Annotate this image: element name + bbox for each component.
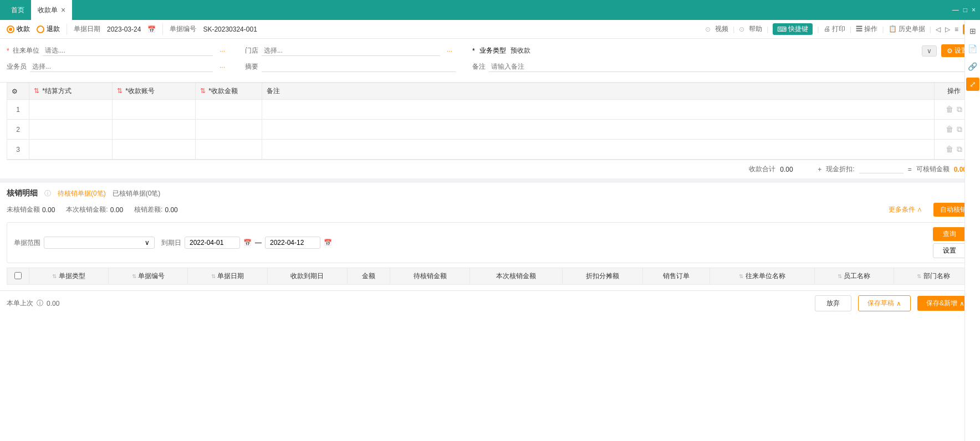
video-action[interactable]: 视频 <box>715 24 728 34</box>
copy-row-1-icon[interactable]: ⧉ <box>957 105 962 114</box>
session-info-icon[interactable]: ⓘ <box>37 299 43 308</box>
date-from-input[interactable] <box>185 237 240 249</box>
form-row-1: * 往来单位 ··· 门店 ··· * 业务类型 预收款 ∨ <box>7 44 973 57</box>
amount-cell-1[interactable] <box>196 100 262 120</box>
account-header: ⇅ *收款账号 <box>113 83 196 100</box>
list-layout-button[interactable]: ≡ <box>955 25 958 33</box>
difference-stat: 核销差额: 0.00 <box>134 205 178 214</box>
business-type-value: 预收款 <box>511 46 544 55</box>
req-star-counterparty: * <box>7 47 9 55</box>
save-draft-button[interactable]: 保存草稿 ∧ <box>858 295 911 311</box>
salesperson-more-button[interactable]: ··· <box>216 63 228 71</box>
minimize-button[interactable]: — <box>952 6 959 14</box>
business-type-dropdown[interactable]: ∨ <box>922 45 937 57</box>
help-action[interactable]: 帮助 <box>749 24 762 34</box>
copy-row-2-icon[interactable]: ⧉ <box>957 125 962 134</box>
shortcut-label: 快捷键 <box>788 24 808 34</box>
form-row-2: 业务员 ··· 摘要 备注 <box>7 61 973 72</box>
calendar-icon[interactable]: 📅 <box>147 25 156 33</box>
table-settings-header[interactable]: ⚙ <box>7 83 29 100</box>
abandon-button[interactable]: 放弃 <box>815 295 851 311</box>
amount-cell-2[interactable] <box>196 120 262 140</box>
counterparty-header: ⇅ 往来单位名称 <box>710 268 814 285</box>
account-cell-1[interactable] <box>113 100 196 120</box>
salesperson-input[interactable] <box>30 61 213 72</box>
row-number-1: 1 <box>7 100 29 120</box>
receipt-table: ⚙ ⇅ *结算方式 ⇅ *收款账号 ⇅ *收款金额 备注 操作 <box>7 83 973 160</box>
top-navigation: 首页 收款单 × — □ × <box>0 0 980 20</box>
page-footer: 本单上次 ⓘ 0.00 放弃 保存草稿 ∧ 保存&新增 ∧ <box>0 290 980 316</box>
sidebar-link-icon[interactable]: 🔗 <box>966 60 979 73</box>
discount-header: 折扣分摊额 <box>563 268 642 285</box>
net-amount-label: 可核销金额 <box>916 165 950 174</box>
account-cell-2[interactable] <box>113 120 196 140</box>
close-window-button[interactable]: × <box>972 6 976 14</box>
unreconciled-stat: 未核销金额 0.00 <box>7 205 55 214</box>
store-input[interactable] <box>262 45 440 56</box>
settle-method-cell-3[interactable] <box>29 140 113 160</box>
query-button[interactable]: 查询 <box>933 227 966 241</box>
amount-cell-3[interactable] <box>196 140 262 160</box>
sidebar-doc-icon[interactable]: 📄 <box>966 42 979 55</box>
delete-row-3-icon[interactable]: 🗑 <box>946 145 953 154</box>
filter-settings-button[interactable]: 设置 <box>933 243 966 258</box>
save-draft-chevron-icon: ∧ <box>896 300 901 307</box>
remark-cell-3[interactable] <box>262 140 935 160</box>
date-from-icon[interactable]: 📅 <box>243 239 252 247</box>
select-all-checkbox[interactable] <box>14 272 22 279</box>
remarks-input[interactable] <box>489 61 973 72</box>
document-date[interactable]: 2023-03-24 <box>107 25 141 33</box>
maximize-button[interactable]: □ <box>963 6 967 14</box>
difference-value: 0.00 <box>165 206 177 214</box>
discount-input[interactable] <box>859 165 904 173</box>
difference-label: 核销差额: <box>134 205 162 214</box>
remark-cell-1[interactable] <box>262 100 935 120</box>
next-layout-button[interactable]: ▷ <box>945 25 950 33</box>
pending-tab[interactable]: 待核销单据(0笔) <box>58 189 106 198</box>
operation-action[interactable]: ☰ 操作 <box>856 24 877 34</box>
sidebar-expand-icon[interactable]: ⤢ <box>966 78 979 91</box>
counterparty-input[interactable] <box>43 45 213 56</box>
settle-method-cell-1[interactable] <box>29 100 113 120</box>
refund-radio[interactable]: 退款 <box>37 24 60 34</box>
total-label: 收款合计 <box>749 165 775 174</box>
store-field: 门店 ··· <box>245 45 456 56</box>
row-number-3: 3 <box>7 140 29 160</box>
pending-amount-header: 待核销金额 <box>390 268 469 285</box>
shortcut-button[interactable]: ⌨ 快捷键 <box>773 23 813 35</box>
delete-row-2-icon[interactable]: 🗑 <box>946 125 953 134</box>
right-sidebar: ⊞ 📄 🔗 ⤢ <box>964 20 980 441</box>
remark-cell-2[interactable] <box>262 120 935 140</box>
delete-row-1-icon[interactable]: 🗑 <box>946 105 953 114</box>
counterparty-more-button[interactable]: ··· <box>216 47 228 55</box>
home-tab[interactable]: 首页 <box>4 0 31 20</box>
settle-method-cell-2[interactable] <box>29 120 113 140</box>
date-to-icon[interactable]: 📅 <box>324 239 332 247</box>
due-date-filter: 到期日 📅 — 📅 <box>161 237 332 249</box>
store-more-button[interactable]: ··· <box>443 47 456 55</box>
doc-type-header: ⇅ 单据类型 <box>29 268 109 285</box>
range-select[interactable]: ∨ <box>44 237 155 249</box>
active-tab-label: 收款单 <box>38 0 58 20</box>
table-settings-icon[interactable]: ⚙ <box>12 88 18 95</box>
more-conditions-button[interactable]: 更多条件 ∧ <box>889 205 922 214</box>
history-action[interactable]: 📋 历史单据 <box>889 24 925 34</box>
copy-row-3-icon[interactable]: ⧉ <box>957 145 962 154</box>
main-content: 收款 退款 单据日期 2023-03-24 📅 单据编号 SK-20230324… <box>0 20 980 441</box>
date-to-input[interactable] <box>265 237 320 249</box>
session-label: 本单上次 <box>7 299 33 308</box>
remark-header: 备注 <box>262 83 935 100</box>
account-cell-3[interactable] <box>113 140 196 160</box>
active-tab[interactable]: 收款单 × <box>31 0 72 20</box>
close-tab-button[interactable]: × <box>61 0 65 20</box>
req-star-business: * <box>472 47 475 55</box>
summary-input[interactable] <box>262 61 456 72</box>
recon-info-icon[interactable]: ⓘ <box>44 189 51 198</box>
amount-col-header: 金额 <box>347 268 390 285</box>
prev-layout-button[interactable]: ◁ <box>936 25 941 33</box>
completed-tab[interactable]: 已核销单据(0笔) <box>113 189 161 198</box>
refund-radio-label: 退款 <box>47 24 60 34</box>
receipt-radio[interactable]: 收款 <box>7 24 30 34</box>
print-action[interactable]: 🖨 打印 <box>824 24 845 34</box>
sidebar-table-icon[interactable]: ⊞ <box>966 24 979 38</box>
